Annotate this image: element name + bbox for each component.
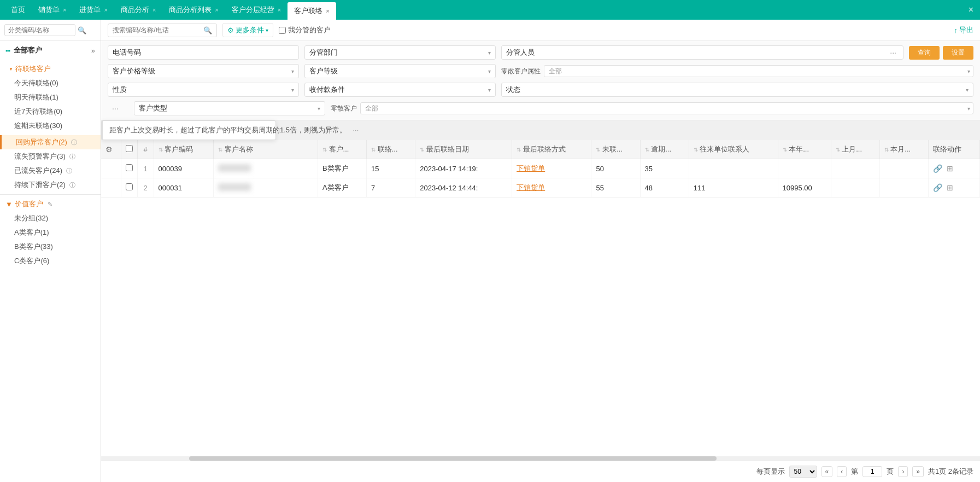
sort-icon-name[interactable]: ⇅	[218, 147, 222, 153]
horizontal-scrollbar[interactable]	[101, 456, 980, 461]
sort-icon-code[interactable]: ⇅	[159, 147, 163, 153]
sidebar-item-class-a[interactable]: A类客户(1)	[0, 225, 101, 240]
my-customers-checkbox[interactable]	[279, 27, 286, 34]
settings-icon[interactable]: ⚙	[105, 145, 113, 154]
nav-item-sales[interactable]: 销货单 ×	[32, 0, 73, 20]
filter-dept[interactable]: 分管部门 ▾	[304, 45, 496, 60]
nav-close-customer-tier[interactable]: ×	[278, 7, 281, 13]
nav-close-purchase[interactable]: ×	[104, 7, 107, 13]
sort-icon-tmonth[interactable]: ⇅	[884, 147, 889, 153]
filter-customer-level[interactable]: 客户等级 ▾	[304, 64, 496, 78]
sidebar-item-churned[interactable]: 已流失客户(24) ⓘ	[0, 164, 101, 178]
nav-item-product-list[interactable]: 商品分析列表 ×	[162, 0, 225, 20]
nav-close-customer-contact[interactable]: ×	[326, 8, 329, 14]
row2-grid-icon[interactable]: ⊞	[947, 183, 953, 192]
filter-person[interactable]: 分管人员 ···	[501, 45, 903, 60]
col-last-month: ⇅ 上月...	[831, 140, 879, 159]
filter-row-1: 电话号码 分管部门 ▾ 分管人员 ··· 查询 设置	[108, 45, 973, 60]
table-header-row: ⚙ # ⇅ 客户编码 ⇅ 客户名称	[101, 140, 980, 159]
more-conditions-btn[interactable]: ⚙ 更多条件 ▾	[222, 23, 273, 37]
scrollbar-thumb[interactable]	[189, 456, 717, 461]
sort-icon-type[interactable]: ⇅	[322, 147, 327, 153]
row1-checkbox[interactable]	[126, 164, 133, 171]
sidebar-item-declining[interactable]: 持续下滑客户(2) ⓘ	[0, 178, 101, 192]
select-all-checkbox[interactable]	[126, 145, 133, 152]
filter-phone[interactable]: 电话号码	[108, 45, 299, 60]
prev-page-btn[interactable]: ‹	[837, 466, 847, 477]
nav-item-purchase[interactable]: 进货单 ×	[73, 0, 114, 20]
row1-grid-icon[interactable]: ⊞	[947, 164, 953, 173]
row2-method[interactable]: 下销货单	[512, 178, 591, 198]
sort-icon-unit[interactable]: ⇅	[694, 147, 698, 153]
sidebar-search-icon[interactable]: 🔍	[78, 26, 86, 34]
nav-close-sales[interactable]: ×	[63, 7, 66, 13]
sidebar-all-customers[interactable]: ▪▪ 全部客户 »	[0, 41, 101, 60]
nav-item-product-analysis[interactable]: 商品分析 ×	[114, 0, 162, 20]
sort-icon-year[interactable]: ⇅	[783, 147, 787, 153]
dots-person[interactable]: ···	[888, 48, 899, 57]
filter-price-level[interactable]: 客户价格等级 ▾	[108, 64, 299, 78]
row2-this-month	[879, 178, 928, 198]
sidebar-item-today[interactable]: 今天待联络(0)	[0, 76, 101, 90]
filter-payment[interactable]: 收付款条件 ▾	[304, 83, 496, 97]
sort-icon-method[interactable]: ⇅	[517, 147, 521, 153]
sidebar-search-area: 🔍	[0, 20, 101, 41]
first-page-btn[interactable]: «	[821, 466, 833, 477]
sidebar-item-churn-warning[interactable]: 流失预警客户(3) ⓘ	[0, 149, 101, 164]
row1-method[interactable]: 下销货单	[512, 159, 591, 178]
last-page-btn[interactable]: »	[912, 466, 924, 477]
sidebar-group-value-customers[interactable]: ▼ 价值客户 ✎	[0, 197, 101, 211]
total-records-label: 共1页 2条记录	[928, 467, 973, 477]
row1-uncontacted: 50	[591, 159, 640, 178]
filter-retail-attr-wrapper: 零散客户属性 全部 ▾	[501, 65, 973, 77]
sidebar-item-7days[interactable]: 近7天待联络(0)	[0, 104, 101, 119]
next-page-btn[interactable]: ›	[898, 466, 908, 477]
close-all-button[interactable]: ×	[969, 5, 973, 15]
sidebar-collapse-btn[interactable]: »	[91, 47, 95, 55]
export-btn[interactable]: ↑ 导出	[954, 25, 974, 35]
filter-status[interactable]: 状态 ▾	[501, 83, 973, 97]
page-label: 第	[851, 467, 858, 477]
search-input[interactable]	[113, 26, 201, 34]
sidebar-item-repurchase-abnormal[interactable]: 回购异常客户(2) ⓘ	[0, 135, 101, 149]
filter-nature[interactable]: 性质 ▾	[108, 83, 299, 97]
chevron-dept: ▾	[488, 50, 491, 56]
sort-icon-overdue[interactable]: ⇅	[645, 147, 649, 153]
retail-attr-select[interactable]: 全部	[544, 65, 973, 77]
sort-icon-contact[interactable]: ⇅	[371, 147, 375, 153]
nav-item-customer-contact[interactable]: 客户联络 ×	[287, 2, 336, 20]
retail-customer-select[interactable]: 全部	[360, 102, 973, 114]
row1-link-icon[interactable]: 🔗	[933, 164, 942, 173]
row2-contact: 7	[367, 178, 415, 198]
search-icon[interactable]: 🔍	[203, 26, 212, 34]
nav-item-customer-tier[interactable]: 客户分层经营 ×	[225, 0, 287, 20]
row2-checkbox-cell	[121, 178, 137, 198]
sidebar-search-input[interactable]	[4, 24, 75, 36]
sidebar-item-overdue[interactable]: 逾期未联络(30)	[0, 119, 101, 133]
filter-customer-type[interactable]: 客户类型 ▾	[134, 101, 325, 115]
query-button[interactable]: 查询	[909, 46, 940, 60]
settings-button[interactable]: 设置	[943, 46, 973, 60]
dots-more[interactable]: ···	[108, 102, 123, 114]
sidebar-item-tomorrow[interactable]: 明天待联络(1)	[0, 90, 101, 104]
nav-close-product-list[interactable]: ×	[215, 7, 218, 13]
sidebar-item-class-b[interactable]: B类客户(33)	[0, 240, 101, 254]
tooltip-close[interactable]: ···	[353, 126, 359, 134]
row2-link-icon[interactable]: 🔗	[933, 183, 942, 192]
sidebar-item-class-c[interactable]: C类客户(6)	[0, 254, 101, 268]
col-type: ⇅ 客户...	[318, 140, 366, 159]
nav-close-product-analysis[interactable]: ×	[152, 7, 156, 13]
row2-num: 2	[137, 178, 154, 198]
sort-icon-lmonth[interactable]: ⇅	[836, 147, 840, 153]
row1-this-year	[778, 159, 831, 178]
nav-item-home[interactable]: 首页	[4, 0, 32, 20]
filter-row-2: 客户价格等级 ▾ 客户等级 ▾ 零散客户属性 全部 ▾	[108, 64, 973, 78]
sort-icon-uncontacted[interactable]: ⇅	[596, 147, 600, 153]
per-page-select[interactable]: 50 20 100 200	[789, 466, 817, 478]
sidebar-item-unclassified[interactable]: 未分组(32)	[0, 211, 101, 225]
sort-icon-date[interactable]: ⇅	[420, 147, 424, 153]
row2-checkbox[interactable]	[126, 183, 133, 190]
retail-customer-label: 零散客户	[331, 104, 357, 113]
sidebar-section-pending[interactable]: ▼ 待联络客户	[0, 62, 101, 76]
page-number-input[interactable]	[862, 466, 882, 477]
